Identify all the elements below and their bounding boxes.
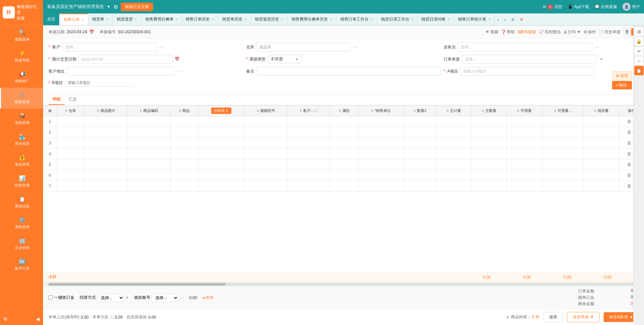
rfp-btn-1[interactable]: ⊞: [634, 27, 644, 36]
customer-input[interactable]: 选择...: [62, 43, 156, 51]
account-select[interactable]: 选择...: [152, 294, 179, 302]
row-6-delete-btn[interactable]: 🗑: [627, 172, 632, 178]
online-service-item[interactable]: 💬 在线客服: [595, 4, 617, 10]
col-gear-header[interactable]: ⚙: [43, 106, 57, 116]
detail-tab-detail[interactable]: 明细: [48, 94, 65, 105]
add-payment-btn[interactable]: ● 添加: [202, 295, 214, 300]
tab-cost-history[interactable]: 销售费用分摊单历史 ×: [288, 13, 336, 25]
close-tab-cost-split[interactable]: ×: [176, 17, 178, 21]
shortcut-action[interactable]: ⌨ 快捷键: [518, 29, 536, 35]
message-icon-area[interactable]: ✉ 9 消息: [543, 4, 562, 10]
profit-action[interactable]: 📈 毛利预估: [539, 29, 561, 35]
close-tab-goods-history[interactable]: ×: [244, 17, 247, 21]
sidebar-item-operations[interactable]: 📊 经营管理: [0, 171, 43, 192]
save-draft-dropdown-arrow[interactable]: ▼: [590, 315, 594, 319]
row-1-cust-code[interactable]: [287, 116, 330, 127]
sidebar-item-quicknav[interactable]: ⚡ 快捷导航: [0, 46, 43, 67]
tab-stats[interactable]: 销售订单统计表 ×: [454, 13, 495, 25]
tab-prev-btn[interactable]: ‹: [495, 13, 502, 25]
user-area[interactable]: 👤 用户: [622, 3, 640, 11]
close-tab-sales-goods[interactable]: ×: [106, 17, 108, 21]
rfp-btn-4[interactable]: ☆: [634, 56, 644, 66]
col-warehouse-header[interactable]: ⇅ 仓库: [56, 106, 85, 116]
scan-btn[interactable]: 扫码录入: [211, 108, 231, 114]
sidebar-item-basic[interactable]: 📋 基础信息: [0, 192, 43, 213]
app-download-item[interactable]: 📱 App下载: [568, 4, 589, 10]
col-main-qty-header[interactable]: ⇅ 主数量: [471, 106, 506, 116]
staff-more-icon[interactable]: ···: [595, 44, 599, 50]
close-tab-return[interactable]: ×: [135, 17, 137, 21]
col-attr-header[interactable]: ⇅ 属性: [330, 106, 358, 116]
print-action[interactable]: 🖨 打印 ▼: [563, 29, 581, 35]
close-tab-sales-order[interactable]: ×: [82, 18, 84, 22]
row-1-product[interactable]: [170, 116, 198, 127]
close-tab-return-history[interactable]: ×: [281, 17, 283, 21]
delivery-date-input[interactable]: yyyy-mm-dd: [78, 55, 173, 64]
row-5-delete-btn[interactable]: 🗑: [627, 162, 632, 167]
address-input[interactable]: [67, 67, 174, 76]
tab-sales-order[interactable]: 销售订单 ×: [60, 13, 88, 25]
row-3-delete-btn[interactable]: 🗑: [627, 140, 632, 146]
help-action[interactable]: ❓ 帮助: [501, 29, 515, 35]
staff-input[interactable]: 选择...: [458, 43, 592, 51]
row-1-warehouse[interactable]: [56, 116, 85, 127]
industry-btn[interactable]: 体验行业方案: [121, 3, 153, 11]
row-1-img[interactable]: [85, 116, 127, 127]
close-tab-workbench[interactable]: ×: [371, 17, 373, 21]
one-click-checkbox[interactable]: [48, 295, 53, 300]
sidebar-item-system[interactable]: ⚙️ 系统管理: [0, 213, 43, 234]
calendar-icon[interactable]: 📅: [89, 30, 94, 34]
tab-close-all-btn[interactable]: ✕: [517, 13, 526, 25]
settings-bottom-icon[interactable]: ⚙: [3, 316, 8, 322]
row-1-delete-btn[interactable]: 🗑: [627, 119, 632, 124]
row-2-delete-btn[interactable]: 🗑: [627, 129, 632, 135]
row-1-main-qty[interactable]: [471, 116, 506, 127]
operate-action[interactable]: ⚙ 操作: [583, 29, 596, 35]
sidebar-item-marketing[interactable]: 📢 营销推广: [0, 67, 43, 88]
col-avail2-header[interactable]: ⇅ 可用量...: [542, 106, 584, 116]
b-project-input[interactable]: [65, 79, 132, 87]
list-view-btn[interactable]: ☰: [623, 28, 631, 36]
col-main-unit-header[interactable]: ⇅ 主计量: [436, 106, 471, 116]
rfp-btn-2[interactable]: 🔒: [634, 37, 644, 46]
sidebar-item-enterprise[interactable]: 🏢 企业协同: [0, 234, 43, 254]
history-action[interactable]: 📄 历史单据: [599, 29, 620, 35]
close-tab-reconcile[interactable]: ×: [448, 17, 450, 21]
col-avail-header[interactable]: ⇅ 可用量: [507, 106, 542, 116]
row-1-qty2[interactable]: [404, 116, 436, 127]
col-product-header[interactable]: ⇅ 商品: [170, 106, 198, 116]
add-goods-btn[interactable]: + 物品: [612, 81, 632, 89]
tab-daily-workbench[interactable]: 钱货日清工作台 ×: [377, 13, 418, 25]
close-tab-stats[interactable]: ×: [488, 17, 490, 21]
scroll-row[interactable]: [43, 282, 644, 286]
save-new-dropdown-arrow[interactable]: ▼: [629, 315, 633, 320]
system-dropdown-btn[interactable]: ▼: [107, 4, 111, 9]
row-1-code[interactable]: [127, 116, 170, 127]
payment-method-select[interactable]: 选择...: [97, 294, 124, 302]
address-more-icon[interactable]: ···: [177, 69, 181, 74]
tab-workbench[interactable]: 销售订单工作台 ×: [336, 13, 377, 25]
row-1-attr[interactable]: [330, 116, 358, 127]
discard-btn[interactable]: 放弃: [543, 312, 563, 322]
sidebar-item-purchase[interactable]: 📦 采购管理: [0, 109, 43, 129]
tab-menu-btn[interactable]: ≡: [508, 13, 517, 25]
invoice-select[interactable]: 不开票 ▼: [268, 55, 301, 64]
delivery-calendar-icon[interactable]: 📅: [175, 57, 180, 62]
sidebar-item-finance[interactable]: 💰 资金管理: [0, 150, 43, 171]
col-code-header[interactable]: ⇅ 商品编码: [127, 106, 170, 116]
row-1-spec[interactable]: [244, 116, 287, 127]
tab-cost-split[interactable]: 销售费用分摊单 ×: [141, 13, 182, 25]
col-stock-header[interactable]: ⇅ 现存量: [584, 106, 619, 116]
settings-btn[interactable]: ⚙ 设置: [612, 71, 632, 80]
account-more-btn[interactable]: ···: [180, 295, 184, 300]
collapse-icon[interactable]: ◀: [36, 316, 40, 322]
save-draft-btn[interactable]: 保存草稿 ▼: [567, 312, 600, 322]
col-customer-code-header[interactable]: ⇅ 客户... ⓘ: [287, 106, 330, 116]
col-spec-header[interactable]: ⇅ 规格型号: [244, 106, 287, 116]
row-1-stock[interactable]: [584, 116, 619, 127]
col-qty2-header[interactable]: ⇅ 数量2: [404, 106, 436, 116]
col-img-header[interactable]: ⇅ 商品图片: [85, 106, 127, 116]
row-7-delete-btn[interactable]: 🗑: [627, 183, 632, 189]
a-project-input[interactable]: 请输入A项目: [460, 67, 595, 76]
row-4-delete-btn[interactable]: 🗑: [627, 151, 632, 157]
